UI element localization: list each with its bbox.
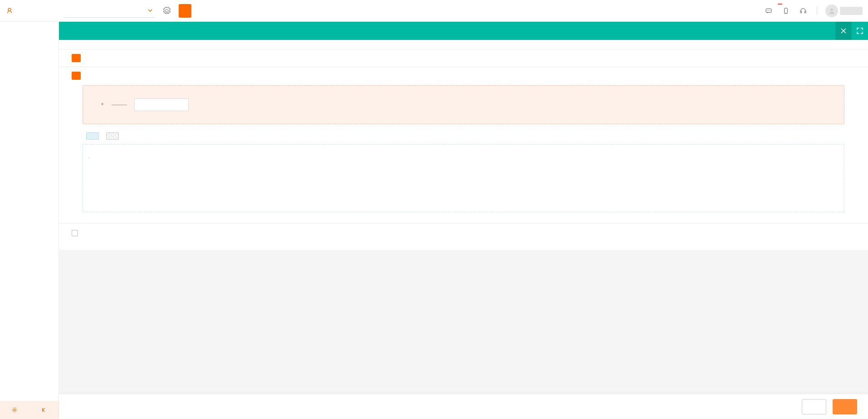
gear-icon — [163, 7, 171, 15]
fullscreen-button[interactable] — [852, 22, 868, 40]
mobile-icon — [782, 7, 790, 15]
headset-icon — [800, 7, 807, 15]
logo-area — [5, 7, 55, 15]
fullscreen-icon — [857, 28, 863, 34]
svg-point-3 — [770, 10, 770, 10]
svg-rect-7 — [805, 11, 806, 13]
svg-point-9 — [14, 409, 15, 411]
collapse-icon — [40, 406, 48, 414]
vertical-dimension-label: * — [101, 102, 104, 108]
experience-plan-button[interactable] — [179, 4, 191, 18]
save-plan-checkbox[interactable] — [72, 230, 78, 236]
dimension-select[interactable] — [134, 98, 189, 111]
cancel-button[interactable] — [802, 399, 826, 414]
online-service-button[interactable] — [800, 7, 809, 15]
svg-point-5 — [785, 12, 786, 13]
message-icon — [765, 7, 772, 15]
save-section — [59, 224, 868, 250]
svg-point-2 — [768, 10, 769, 10]
nondraggable-swatch — [106, 132, 119, 140]
logo-icon — [5, 7, 14, 15]
main: * — [59, 22, 868, 419]
user-name-placeholder — [840, 7, 863, 15]
section-template — [59, 49, 868, 67]
indicator-table — [88, 157, 89, 158]
draggable-swatch — [86, 132, 99, 140]
breadcrumb — [59, 40, 868, 49]
close-icon — [840, 28, 847, 34]
company-select[interactable] — [64, 4, 155, 18]
messages-button[interactable] — [765, 7, 774, 15]
chevron-down-icon — [148, 8, 152, 13]
action-footer — [59, 394, 868, 419]
sidebar — [0, 22, 59, 419]
gear-icon — [11, 406, 18, 414]
messages-badge — [778, 4, 782, 5]
dimension-box: * — [83, 85, 844, 124]
tab-bar — [59, 22, 868, 40]
svg-point-1 — [767, 10, 768, 10]
template-legend — [83, 132, 855, 140]
svg-rect-6 — [800, 11, 802, 13]
header-right — [765, 5, 863, 17]
sidebar-collapse-button[interactable] — [37, 403, 51, 417]
connector-line — [112, 105, 127, 105]
sidebar-footer — [0, 401, 59, 419]
app-header — [0, 0, 868, 22]
user-menu[interactable] — [825, 5, 863, 17]
template-box — [83, 144, 844, 212]
section-1-number — [72, 54, 81, 62]
section-config: * — [59, 67, 868, 223]
close-all-tabs-button[interactable] — [835, 22, 852, 40]
avatar-icon — [825, 5, 838, 17]
app-download-button[interactable] — [782, 7, 791, 15]
svg-point-8 — [830, 8, 833, 10]
query-button[interactable] — [833, 399, 857, 414]
sidebar-settings-button[interactable] — [8, 403, 21, 417]
divider — [817, 7, 817, 15]
section-2-number — [72, 72, 81, 80]
settings-button[interactable] — [161, 5, 172, 16]
